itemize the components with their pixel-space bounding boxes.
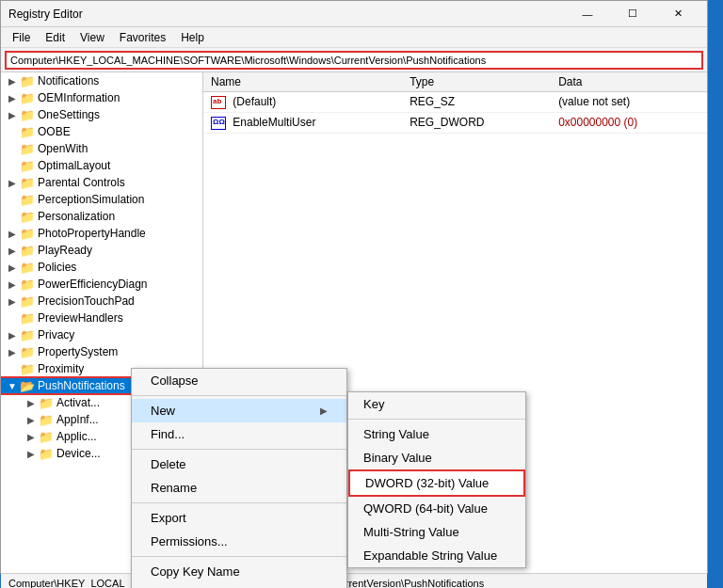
new-submenu: Key String Value Binary Value DWORD (32-… xyxy=(347,391,526,568)
folder-icon: 📁 xyxy=(20,362,35,376)
toggle-propertysystem: ▶ xyxy=(5,347,20,358)
titlebar: Registry Editor — ☐ ✕ xyxy=(1,1,707,27)
table-row[interactable]: ΩΩ EnableMultiUser REG_DWORD 0x00000000 … xyxy=(203,112,707,133)
tree-item-openwith[interactable]: 📁 OpenWith xyxy=(1,140,202,157)
column-type: Type xyxy=(402,72,551,92)
tree-label: OpenWith xyxy=(38,142,88,155)
submenu-dword-value[interactable]: DWORD (32-bit) Value xyxy=(348,469,525,497)
tree-item-playready[interactable]: ▶ 📁 PlayReady xyxy=(1,242,202,259)
context-menu: Collapse New ▶ Find... Delete Rename Exp… xyxy=(131,368,347,588)
submenu-multistring-value[interactable]: Multi-String Value xyxy=(348,520,525,544)
tree-label: PowerEfficiencyDiagn xyxy=(38,278,148,291)
tree-item-policies[interactable]: ▶ 📁 Policies xyxy=(1,259,202,276)
submenu-expandable-label: Expandable String Value xyxy=(363,548,497,563)
menu-favorites[interactable]: Favorites xyxy=(112,29,173,46)
ctx-goto-hkcu[interactable]: Go to HKEY_CURRENT_USER xyxy=(132,583,346,588)
toggle-powereff: ▶ xyxy=(5,279,20,290)
toggle-applic: ▶ xyxy=(24,432,39,442)
reg-sz-icon: ab xyxy=(211,96,226,109)
tree-item-precision[interactable]: ▶ 📁 PrecisionTouchPad xyxy=(1,293,202,310)
tree-label: OOBE xyxy=(38,125,71,138)
toggle-appinf: ▶ xyxy=(24,415,39,425)
tree-label: Notifications xyxy=(38,74,99,87)
reg-data-enablemultiuser: 0x00000000 (0) xyxy=(551,112,707,133)
tree-label: PushNotifications xyxy=(38,379,125,392)
menu-edit[interactable]: Edit xyxy=(38,29,72,46)
tree-label: PerceptionSimulation xyxy=(38,193,144,206)
table-row[interactable]: ab (Default) REG_SZ (value not set) xyxy=(203,92,707,113)
tree-item-notifications[interactable]: ▶ 📁 Notifications xyxy=(1,72,202,89)
registry-editor-window: Registry Editor — ☐ ✕ File Edit View Fav… xyxy=(0,0,708,574)
tree-item-powereff[interactable]: ▶ 📁 PowerEfficiencyDiagn xyxy=(1,276,202,293)
submenu-key[interactable]: Key xyxy=(348,392,525,416)
ctx-rename-label: Rename xyxy=(151,481,197,495)
titlebar-controls: — ☐ ✕ xyxy=(566,1,699,27)
tree-label: PrecisionTouchPad xyxy=(38,294,135,308)
toggle-oem: ▶ xyxy=(5,93,20,103)
folder-icon: 📁 xyxy=(20,193,35,207)
tree-label: Applic... xyxy=(56,430,97,443)
ctx-find[interactable]: Find... xyxy=(132,422,346,446)
tree-item-previewhandlers[interactable]: 📁 PreviewHandlers xyxy=(1,310,202,326)
folder-icon: 📁 xyxy=(20,210,35,224)
submenu-key-label: Key xyxy=(363,397,384,411)
toggle-notifications: ▶ xyxy=(5,76,20,87)
ctx-new-arrow: ▶ xyxy=(320,405,328,416)
menu-file[interactable]: File xyxy=(5,29,38,46)
column-name: Name xyxy=(203,72,402,92)
submenu-string-value[interactable]: String Value xyxy=(348,422,525,446)
toggle-pushnotifications: ▼ xyxy=(5,381,20,391)
submenu-qword-label: QWORD (64-bit) Value xyxy=(363,501,488,516)
folder-icon: 📁 xyxy=(20,91,35,105)
folder-icon: 📁 xyxy=(20,311,35,326)
tree-label: Personalization xyxy=(38,210,115,223)
menu-help[interactable]: Help xyxy=(173,29,212,46)
ctx-export[interactable]: Export xyxy=(132,506,346,530)
tree-label: AppInf... xyxy=(56,413,99,426)
tree-item-parental[interactable]: ▶ 📁 Parental Controls xyxy=(1,174,202,191)
tree-label: Activat... xyxy=(56,396,100,409)
statusbar: Computer\HKEY_LOCAL_MACHINE\SOFTWARE\Mic… xyxy=(1,573,707,588)
submenu-expandable-value[interactable]: Expandable String Value xyxy=(348,544,525,567)
folder-icon: 📁 xyxy=(20,74,35,88)
tree-item-onesettings[interactable]: ▶ 📁 OneSettings xyxy=(1,106,202,123)
tree-item-perception[interactable]: 📁 PerceptionSimulation xyxy=(1,191,202,208)
tree-item-oobe[interactable]: 📁 OOBE xyxy=(1,123,202,140)
ctx-new[interactable]: New ▶ xyxy=(132,399,346,422)
ctx-delete[interactable]: Delete xyxy=(132,453,346,476)
close-button[interactable]: ✕ xyxy=(656,1,699,27)
toggle-precision: ▶ xyxy=(5,296,20,307)
tree-item-oem[interactable]: ▶ 📁 OEMInformation xyxy=(1,89,202,106)
folder-icon: 📁 xyxy=(20,176,35,190)
ctx-delete-label: Delete xyxy=(151,457,186,471)
tree-label: PropertySystem xyxy=(38,345,118,358)
addressbar: Computer\HKEY_LOCAL_MACHINE\SOFTWARE\Mic… xyxy=(1,48,707,72)
ctx-copy-key-name[interactable]: Copy Key Name xyxy=(132,560,346,583)
tree-item-privacy[interactable]: ▶ 📁 Privacy xyxy=(1,326,202,343)
tree-item-photoproperty[interactable]: ▶ 📁 PhotoPropertyHandle xyxy=(1,225,202,242)
menu-view[interactable]: View xyxy=(72,29,112,46)
tree-label: Policies xyxy=(38,261,76,274)
tree-label: PlayReady xyxy=(38,244,92,257)
submenu-qword-value[interactable]: QWORD (64-bit) Value xyxy=(348,497,525,520)
folder-icon: 📁 xyxy=(20,278,35,292)
folder-icon: 📁 xyxy=(20,142,35,156)
tree-item-personalization[interactable]: 📁 Personalization xyxy=(1,208,202,225)
ctx-collapse[interactable]: Collapse xyxy=(132,369,346,392)
folder-icon: 📁 xyxy=(20,125,35,139)
submenu-binary-label: Binary Value xyxy=(363,451,432,465)
minimize-button[interactable]: — xyxy=(566,1,609,27)
tree-item-propertysystem[interactable]: ▶ 📁 PropertySystem xyxy=(1,343,202,360)
tree-label: OptimalLayout xyxy=(38,159,110,172)
ctx-rename[interactable]: Rename xyxy=(132,476,346,500)
submenu-binary-value[interactable]: Binary Value xyxy=(348,446,525,469)
tree-item-optimallayout[interactable]: 📁 OptimalLayout xyxy=(1,157,202,174)
address-path[interactable]: Computer\HKEY_LOCAL_MACHINE\SOFTWARE\Mic… xyxy=(5,51,703,70)
ctx-permissions[interactable]: Permissions... xyxy=(132,530,346,553)
ctx-separator-3 xyxy=(132,502,346,503)
column-data: Data xyxy=(551,72,707,92)
ctx-separator-4 xyxy=(132,556,346,557)
toggle-onesettings: ▶ xyxy=(5,110,20,120)
maximize-button[interactable]: ☐ xyxy=(611,1,654,27)
toggle-privacy: ▶ xyxy=(5,330,20,341)
